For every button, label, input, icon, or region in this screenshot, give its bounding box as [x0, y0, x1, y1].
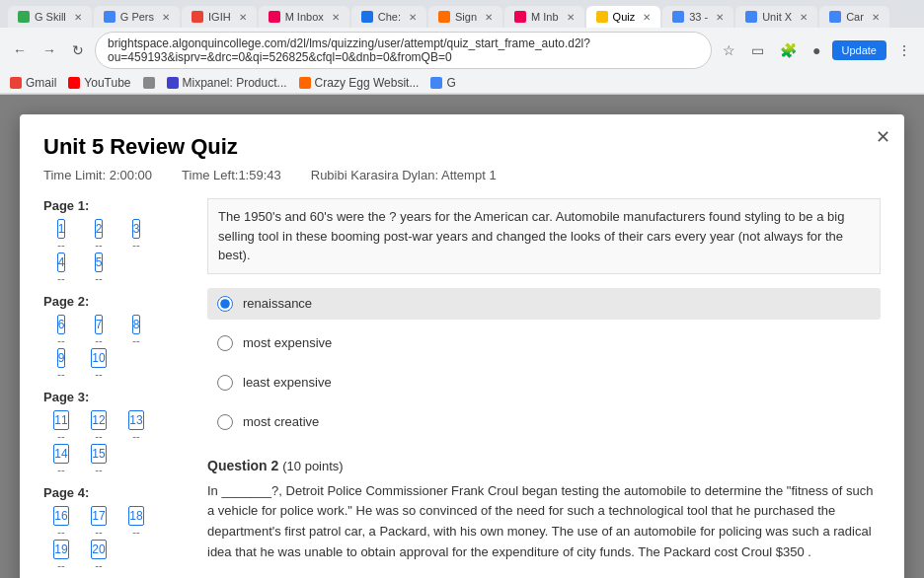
question-6-btn[interactable]: 6	[57, 315, 66, 334]
close-icon[interactable]: ✕	[409, 12, 417, 23]
quiz-content: The 1950's and 60's were the ? years for…	[207, 198, 881, 578]
tab-inbox1[interactable]: M Inbox ✕	[259, 6, 349, 28]
tab-igih[interactable]: IGIH ✕	[182, 6, 257, 28]
question-4-btn[interactable]: 4	[57, 253, 66, 272]
num-item-6: 6 --	[43, 315, 79, 346]
update-button[interactable]: Update	[832, 40, 886, 60]
question-14-btn[interactable]: 14	[53, 444, 68, 464]
tab-label: G Skill	[35, 11, 66, 23]
question-5-btn[interactable]: 5	[95, 253, 104, 272]
bookmark-favicon	[299, 77, 311, 89]
nav-bar: ← → ↻ brightspace.algonquincollege.com/d…	[0, 28, 924, 73]
q3-status: --	[132, 239, 139, 251]
question-18-btn[interactable]: 18	[128, 506, 143, 526]
close-icon[interactable]: ✕	[643, 12, 651, 23]
bookmark-mixpanel[interactable]: Mixpanel: Product...	[167, 76, 287, 90]
tab-favicon	[192, 11, 203, 23]
bookmark-icon1[interactable]	[143, 77, 155, 89]
tab-pers[interactable]: G Pers ✕	[94, 6, 180, 28]
q1-passage: The 1950's and 60's were the ? years for…	[207, 198, 881, 274]
tab-label: Unit X	[762, 11, 792, 23]
q1-status: --	[57, 239, 64, 251]
close-icon[interactable]: ✕	[239, 12, 247, 23]
cast-icon[interactable]: ▭	[746, 40, 769, 60]
q2-status: --	[95, 239, 102, 251]
question-11-btn[interactable]: 11	[53, 410, 68, 430]
q1-radio-renaissance[interactable]	[217, 296, 233, 312]
q11-status: --	[57, 430, 64, 442]
question-3-btn[interactable]: 3	[132, 219, 141, 239]
question-1-btn[interactable]: 1	[57, 219, 66, 239]
q1-radio-most-creative[interactable]	[217, 414, 233, 430]
question-12-btn[interactable]: 12	[91, 410, 106, 430]
bookmark-label: Mixpanel: Product...	[183, 76, 287, 90]
close-icon[interactable]: ✕	[716, 12, 724, 23]
address-bar[interactable]: brightspace.algonquincollege.com/d2l/lms…	[95, 32, 712, 69]
question-19-btn[interactable]: 19	[53, 540, 68, 559]
q1-option-least-expensive[interactable]: least expensive	[207, 367, 881, 398]
question-16-btn[interactable]: 16	[53, 506, 68, 526]
page-navigation: Page 1: 1 -- 2 -- 3 --	[43, 198, 192, 578]
bookmark-youtube[interactable]: YouTube	[68, 76, 130, 90]
close-icon[interactable]: ✕	[162, 12, 170, 23]
menu-icon[interactable]: ⋮	[892, 40, 916, 60]
question-9-btn[interactable]: 9	[57, 348, 66, 368]
profile-icon[interactable]: ●	[808, 40, 825, 60]
q4-status: --	[57, 272, 64, 284]
close-icon[interactable]: ✕	[872, 12, 880, 23]
q1-radio-most-expensive[interactable]	[217, 335, 233, 351]
tab-unit[interactable]: Unit X ✕	[735, 6, 817, 28]
tab-inbox2[interactable]: M Inb ✕	[504, 6, 584, 28]
question-17-btn[interactable]: 17	[91, 506, 106, 526]
question-7-btn[interactable]: 7	[95, 315, 104, 334]
extensions-icon[interactable]: 🧩	[775, 40, 802, 60]
tab-skill[interactable]: G Skill ✕	[8, 6, 92, 28]
num-item-19: 19 --	[43, 540, 79, 571]
num-item-7: 7 --	[81, 315, 116, 346]
bookmark-crazyegg[interactable]: Crazy Egg Websit...	[299, 76, 420, 90]
quiz-meta: Time Limit: 2:00:00 Time Left:1:59:43 Ru…	[43, 168, 881, 182]
quiz-body: Page 1: 1 -- 2 -- 3 --	[43, 198, 881, 578]
close-icon[interactable]: ✕	[332, 12, 340, 23]
tab-favicon	[438, 11, 450, 23]
q1-option-most-expensive[interactable]: most expensive	[207, 327, 881, 359]
num-item-13: 13 --	[118, 410, 154, 442]
tab-quiz[interactable]: Quiz ✕	[586, 6, 661, 28]
tab-sign[interactable]: Sign ✕	[428, 6, 502, 28]
tab-che[interactable]: Che: ✕	[351, 6, 426, 28]
close-icon[interactable]: ✕	[485, 12, 493, 23]
forward-button[interactable]: →	[38, 40, 61, 60]
question-20-btn[interactable]: 20	[91, 540, 106, 559]
bookmark-icon[interactable]: ☆	[718, 40, 740, 60]
bookmark-google[interactable]: G	[430, 76, 455, 90]
num-item-4: 4 --	[43, 253, 79, 284]
tab-label: IGIH	[208, 11, 231, 23]
close-icon[interactable]: ✕	[567, 12, 575, 23]
q1-option-renaissance[interactable]: renaissance	[207, 288, 881, 320]
question-2-btn[interactable]: 2	[95, 219, 104, 239]
tab-33[interactable]: 33 - ✕	[662, 6, 733, 28]
question-13-btn[interactable]: 13	[128, 410, 143, 430]
page-2-row-1: 6 -- 7 -- 8 --	[43, 315, 192, 346]
question-15-btn[interactable]: 15	[91, 444, 106, 464]
q1-option-most-creative[interactable]: most creative	[207, 406, 881, 438]
page-1-row-2: 4 -- 5 --	[43, 253, 192, 284]
browser-chrome: G Skill ✕ G Pers ✕ IGIH ✕ M Inbox ✕ Che:…	[0, 0, 924, 95]
question-8-btn[interactable]: 8	[132, 315, 141, 334]
close-modal-button[interactable]: ✕	[876, 126, 890, 148]
bookmark-label: Crazy Egg Websit...	[315, 76, 420, 90]
question-10-btn[interactable]: 10	[91, 348, 106, 368]
q1-radio-least-expensive[interactable]	[217, 375, 233, 391]
q13-status: --	[132, 430, 139, 442]
time-left: Time Left:1:59:43	[182, 168, 281, 182]
close-icon[interactable]: ✕	[800, 12, 808, 23]
tab-favicon	[104, 11, 116, 23]
reload-button[interactable]: ↻	[67, 40, 89, 60]
tab-favicon	[672, 11, 684, 23]
close-icon[interactable]: ✕	[74, 12, 82, 23]
q20-status: --	[95, 559, 102, 571]
tab-bar: G Skill ✕ G Pers ✕ IGIH ✕ M Inbox ✕ Che:…	[0, 0, 924, 28]
back-button[interactable]: ←	[8, 40, 32, 60]
bookmark-gmail[interactable]: Gmail	[10, 76, 56, 90]
tab-car[interactable]: Car ✕	[819, 6, 889, 28]
